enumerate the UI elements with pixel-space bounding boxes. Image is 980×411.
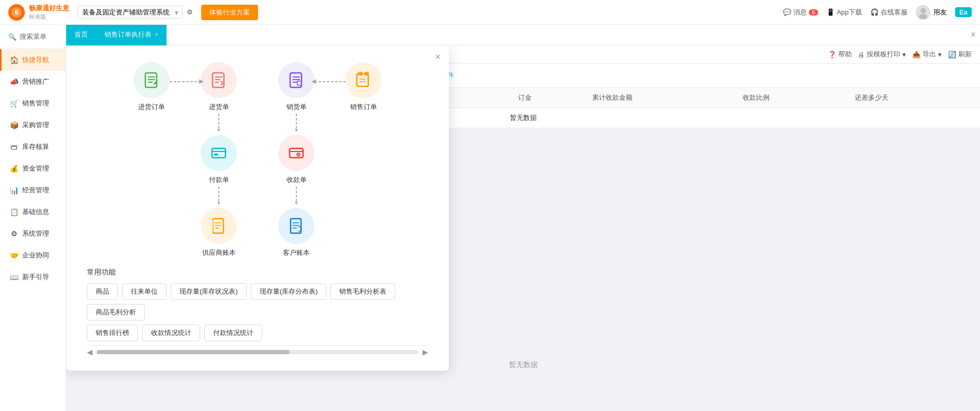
node-purchase-doc[interactable]: 进货单 (201, 62, 237, 112)
func-btn-inventory-dist[interactable]: 现存量(库存分布表) (251, 283, 327, 300)
sidebar-item-purchase[interactable]: 📦 采购管理 (0, 114, 66, 136)
modal-close-btn[interactable]: × (435, 52, 441, 63)
arrow-down-purchase: ▼ (201, 114, 237, 133)
marketing-icon: 📣 (10, 78, 18, 86)
search-menu-btn[interactable]: 🔍 搜索菜单 (4, 29, 62, 44)
system-select[interactable]: 装备及固定资产辅助管理系统 (78, 6, 183, 19)
finance-icon: 💰 (10, 164, 18, 173)
node-purchase-order[interactable]: 进货订单 (133, 62, 170, 112)
supplier-ledger-label: 供应商账本 (202, 248, 236, 257)
modal-popup: × 进货订单 (66, 45, 449, 371)
sidebar-item-quick-nav[interactable]: 🏠 快捷导航 (0, 49, 66, 71)
svg-rect-18 (357, 74, 368, 86)
sys-mgmt-icon: ⚙ (10, 230, 18, 238)
func-buttons-row1: 商品 往来单位 现存量(库存状况表) 现存量(库存分布表) 销售毛利分析表 商品… (87, 283, 428, 321)
receipt-doc-icon: ¥ (278, 135, 314, 171)
func-btn-receipt-stats[interactable]: 收款情况统计 (142, 325, 200, 341)
node-supplier-ledger[interactable]: 供应商账本 (201, 208, 237, 257)
sales-order-icon (345, 62, 382, 98)
sidebar-item-basic-info[interactable]: 📋 基础信息 (0, 201, 66, 223)
operations-icon: 📊 (10, 186, 18, 194)
node-sales-order[interactable]: 销售订单 (345, 62, 382, 112)
sidebar-item-enterprise[interactable]: 🤝 企业协同 (0, 245, 66, 266)
func-btn-product-profit[interactable]: 商品毛利分析 (87, 304, 145, 321)
system-select-wrapper[interactable]: 装备及固定资产辅助管理系统 (78, 6, 183, 19)
content-area: 首页 销售订单执行表 × × ❓ 帮助 (66, 25, 980, 411)
purchase-icon: 📦 (10, 121, 18, 129)
svg-point-3 (921, 8, 926, 13)
gear-icon: ⚙ (187, 8, 193, 16)
common-functions: 常用功能 商品 往来单位 现存量(库存状况表) 现存量(库存分布表) 销售毛利分… (87, 268, 428, 341)
node-payment-doc[interactable]: 付款单 (201, 135, 237, 185)
tab-bar: 首页 销售订单执行表 × × (66, 25, 980, 45)
message-icon: 💬 (783, 8, 791, 16)
purchase-doc-icon (201, 62, 237, 98)
svg-rect-26 (290, 148, 303, 158)
node-receipt-doc[interactable]: ¥ 收款单 (278, 135, 314, 185)
user-area[interactable]: 用友 (916, 5, 947, 20)
sidebar-item-sales[interactable]: 🛒 销售管理 (0, 93, 66, 114)
page-content: ❓ 帮助 🖨 按模板打印 ▾ 📤 导出 ▾ (66, 45, 980, 411)
func-btn-sales-rank[interactable]: 销售排行榜 (87, 325, 138, 341)
sidebar-item-marketing[interactable]: 📣 营销推广 (0, 71, 66, 93)
sidebar-item-inventory[interactable]: 🗃 库存核算 (0, 136, 66, 158)
enterprise-icon: 🤝 (10, 251, 18, 260)
func-btn-inventory-status[interactable]: 现存量(库存状况表) (171, 283, 247, 300)
tab-bar-right: × (970, 29, 976, 40)
scroll-right-btn[interactable]: ▶ (423, 348, 428, 356)
payment-doc-label: 付款单 (209, 175, 229, 185)
sidebar-item-finance[interactable]: 💰 资金管理 (0, 158, 66, 179)
online-service-btn[interactable]: 🎧 在线客服 (870, 8, 908, 17)
message-badge: 6 (809, 9, 818, 16)
svg-text:¥: ¥ (297, 152, 300, 157)
search-icon: 🔍 (8, 33, 17, 41)
home-icon: 🏠 (10, 56, 18, 64)
customer-ledger-icon (278, 208, 314, 244)
svg-point-4 (919, 14, 927, 19)
func-btn-product[interactable]: 商品 (87, 283, 118, 300)
modal-overlay: × 进货订单 (66, 45, 980, 411)
newbie-icon: 📖 (10, 273, 18, 281)
inventory-icon: 🗃 (10, 143, 18, 151)
sidebar-search: 🔍 搜索菜单 (0, 25, 66, 49)
node-sales-doc[interactable]: 销货单 (278, 62, 314, 112)
basic-info-icon: 📋 (10, 208, 18, 216)
purchase-doc-label: 进货单 (209, 102, 229, 112)
close-all-btn[interactable]: × (970, 29, 976, 40)
svg-text:6: 6 (15, 9, 19, 16)
sidebar-item-newbie[interactable]: 📖 新手引导 (0, 266, 66, 288)
experience-btn[interactable]: 体验行业方案 (201, 5, 258, 20)
func-btn-sales-profit[interactable]: 销售毛利分析表 (330, 283, 395, 300)
sidebar-item-sys-mgmt[interactable]: ⚙ 系统管理 (0, 223, 66, 245)
sidebar-item-operations[interactable]: 📊 经营管理 (0, 179, 66, 201)
top-bar: 6 畅康通好生意 标准版 装备及固定资产辅助管理系统 ⚙ 体验行业方案 💬 消息… (0, 0, 980, 25)
node-customer-ledger[interactable]: 客户账本 (278, 208, 314, 257)
tab-close-btn[interactable]: × (155, 31, 158, 38)
app-download-btn[interactable]: 📱 App下载 (826, 8, 862, 17)
main-area: 🔍 搜索菜单 🏠 快捷导航 📣 营销推广 🛒 销售管理 📦 采购管理 (0, 25, 980, 411)
receipt-doc-label: 收款单 (287, 175, 307, 185)
top-bar-actions: 💬 消息 6 📱 App下载 🎧 在线客服 用友 Ea (783, 5, 972, 20)
payment-doc-icon (201, 135, 237, 171)
func-buttons-row2: 销售排行榜 收款情况统计 付款情况统计 (87, 325, 428, 341)
logo-text: 畅康通好生意 标准版 (29, 4, 69, 20)
func-btn-payment-stats[interactable]: 付款情况统计 (204, 325, 262, 341)
scroll-left-btn[interactable]: ◀ (87, 348, 93, 356)
arrow-down-receipt: ▼ (278, 187, 314, 206)
sidebar: 🔍 搜索菜单 🏠 快捷导航 📣 营销推广 🛒 销售管理 📦 采购管理 (0, 25, 66, 411)
arrow-down-sales: ▼ (278, 114, 314, 133)
purchase-order-icon (133, 62, 170, 98)
tab-sales-order[interactable]: 销售订单执行表 × (96, 25, 167, 45)
tab-home[interactable]: 首页 (66, 25, 96, 45)
logo-area: 6 畅康通好生意 标准版 (8, 4, 69, 21)
sales-icon: 🛒 (10, 99, 18, 108)
scroll-track[interactable] (97, 350, 418, 354)
func-btn-partner[interactable]: 往来单位 (122, 283, 167, 300)
app-container: 6 畅康通好生意 标准版 装备及固定资产辅助管理系统 ⚙ 体验行业方案 💬 消息… (0, 0, 980, 411)
svg-rect-25 (214, 154, 218, 156)
sales-doc-icon (278, 62, 314, 98)
message-btn[interactable]: 💬 消息 6 (783, 8, 818, 17)
settings-btn[interactable]: ⚙ (187, 8, 193, 16)
ea-badge: Ea (955, 7, 972, 17)
logo-icon: 6 (8, 4, 25, 21)
